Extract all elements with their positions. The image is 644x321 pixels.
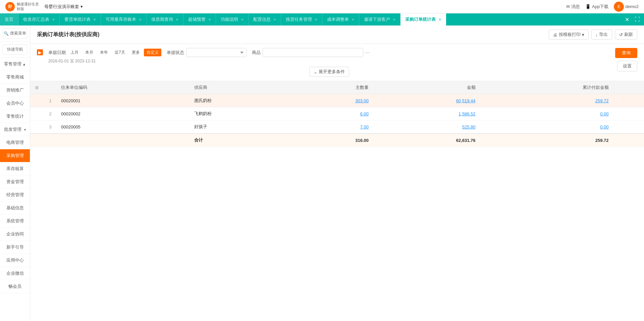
sidebar-item-enterprise-wechat[interactable]: 企业微信 (0, 267, 30, 280)
user-menu[interactable]: E demo2 (614, 2, 639, 12)
settings-icon[interactable]: ⚙ (35, 85, 39, 90)
tab-overstock[interactable]: 超储预警 ✕ (183, 13, 216, 25)
template-print-button[interactable]: 🖨 按模板打印 ▾ (549, 30, 589, 40)
logo-icon: 好 (5, 2, 15, 11)
paid-amount-col-header: 累计付款金额 (480, 81, 613, 94)
quantity: 7.00 (289, 120, 373, 134)
page-header: 采购订单统计表(按供应商) 🖨 按模板打印 ▾ ↓ 导出 ↺ 刷新 (30, 25, 644, 44)
close-icon[interactable]: ✕ (52, 18, 55, 21)
sidebar-item-operations[interactable]: 经营管理 (0, 189, 30, 202)
more-icon[interactable]: ··· (365, 50, 370, 56)
data-table: ⚙ 往来单位编码 供应商 主数量 金额 累计付款金额 1 (30, 81, 644, 147)
row-settings (30, 120, 44, 134)
tab-available-stock[interactable]: 可用量库存账本 ✕ (101, 13, 147, 25)
paid-amount: 0.00 (480, 120, 613, 134)
extra (613, 107, 644, 120)
footer-quantity: 316.00 (289, 133, 373, 147)
date-shortcut-this-year[interactable]: 本年 (97, 49, 111, 56)
close-icon[interactable]: ✕ (208, 18, 211, 21)
amount-col-header: 金额 (373, 81, 480, 94)
close-icon[interactable]: ✕ (241, 18, 244, 21)
sidebar-item-wholesale[interactable]: 批发管理 ▾ (0, 123, 30, 136)
row-settings (30, 107, 44, 120)
filter-actions: 查询 设置 (615, 48, 637, 71)
close-icon[interactable]: ✕ (352, 18, 354, 21)
sidebar-item-finance[interactable]: 资金管理 (0, 175, 30, 189)
status-select[interactable] (186, 48, 247, 57)
close-icon[interactable]: ✕ (93, 18, 96, 21)
paid-amount: 259.72 (480, 94, 613, 107)
close-icon[interactable]: ✕ (273, 18, 276, 21)
expand-more-button[interactable]: ⌄ 展开更多条件 (309, 67, 349, 77)
sidebar-item-retail[interactable]: 零售管理 ▲ (0, 58, 30, 71)
tab-pick-task[interactable]: 拣货任务管理 ✕ (281, 13, 322, 25)
product-input[interactable] (263, 48, 363, 57)
tab-warranty[interactable]: 保质期查询 ✕ (147, 13, 183, 25)
amount: 525.80 (373, 120, 480, 134)
sidebar-item-ecommerce[interactable]: 电商管理 (0, 136, 30, 149)
quick-nav-button[interactable]: 快捷导航 (3, 44, 27, 55)
workspace-selector[interactable]: 母婴行业演示账套 ▾ (42, 2, 86, 11)
close-icon[interactable]: ✕ (139, 18, 142, 21)
sidebar-item-app-center[interactable]: 应用中心 (0, 254, 30, 267)
sidebar-item-member-vip[interactable]: 畅会员 (0, 280, 30, 293)
sidebar-item-system[interactable]: 系统管理 (0, 215, 30, 228)
export-button[interactable]: ↓ 导出 (591, 30, 612, 40)
footer-amount: 62,631.76 (373, 133, 480, 147)
table-footer: 合计 316.00 62,631.76 259.72 (30, 133, 644, 147)
sidebar-item-enterprise[interactable]: 企业协同 (0, 228, 30, 241)
date-shortcut-more[interactable]: 更多 (129, 49, 143, 56)
supplier-code: 00020001 (57, 94, 190, 107)
tab-home[interactable]: 首页 (0, 13, 18, 25)
close-icon[interactable]: ✕ (393, 18, 395, 21)
date-shortcut-7days[interactable]: 近7天 (112, 49, 128, 56)
table-row: 2 00020002 飞鹤奶粉 6.00 1,586.52 0.00 (30, 107, 644, 120)
top-bar-left: 好 畅捷通好生意 标版 母婴行业演示账套 ▾ (5, 2, 86, 11)
sidebar-item-marketing[interactable]: 营销推广 (0, 84, 30, 97)
sidebar-item-new-guide[interactable]: 新手引导 (0, 241, 30, 254)
settings-button[interactable]: 设置 (617, 61, 637, 71)
row-num: 3 (44, 120, 57, 134)
fullscreen-button[interactable]: ⛶ (633, 15, 641, 24)
table-row: 1 00020001 惠氏奶粉 303.00 60,519.44 259.72 (30, 94, 644, 107)
supplier-name-col-header: 供应商 (190, 81, 289, 94)
sidebar-item-inventory[interactable]: 库存核算 (0, 162, 30, 175)
filter-toggle-button[interactable]: ▶ (37, 49, 43, 55)
date-custom-badge[interactable]: 自定义 (144, 49, 161, 56)
amount: 60,519.44 (373, 94, 480, 107)
search-menu-button[interactable]: 🔍 搜索菜单 (3, 28, 27, 39)
sidebar-item-basic-info[interactable]: 基础信息 (0, 202, 30, 215)
refresh-button[interactable]: ↺ 刷新 (615, 30, 637, 40)
query-button[interactable]: 查询 (615, 48, 637, 58)
date-shortcut-last-month[interactable]: 上月 (68, 49, 81, 56)
chevron-up-icon: ▲ (22, 62, 26, 66)
tab-cost-adjust[interactable]: 成本调整单 ✕ (322, 13, 359, 25)
sidebar-item-purchase[interactable]: 采购管理 (0, 149, 30, 162)
extra-col-header (613, 81, 644, 94)
chevron-down-icon: ⌄ (314, 69, 317, 74)
refresh-icon: ↺ (619, 32, 623, 37)
sidebar-search-section: 🔍 搜索菜单 (0, 25, 30, 42)
supplier-name: 飞鹤奶粉 (190, 107, 289, 120)
close-all-tabs-button[interactable]: ✕ (624, 15, 631, 24)
tab-order-stats[interactable]: 要货单统计表 ✕ (60, 13, 101, 25)
quantity: 6.00 (289, 107, 373, 120)
tab-config-info[interactable]: 配置信息 ✕ (249, 13, 281, 25)
close-icon[interactable]: ✕ (176, 18, 178, 21)
tab-receive-send[interactable]: 收发存汇总表 ✕ (18, 13, 60, 25)
tab-function-desc[interactable]: 功能说明 ✕ (216, 13, 249, 25)
app-download-button[interactable]: 📱 App下载 (585, 4, 608, 10)
sidebar-item-retail-store[interactable]: 零售商城 (0, 71, 30, 84)
date-shortcut-this-month[interactable]: 本月 (83, 49, 96, 56)
status-filter-item: 单据状态 (167, 48, 247, 57)
sidebar-item-members[interactable]: 会员中心 (0, 97, 30, 110)
page-header-actions: 🖨 按模板打印 ▾ ↓ 导出 ↺ 刷新 (549, 30, 638, 40)
date-range-display: 2016-01-01 至 2023-12-31 (48, 58, 610, 64)
tab-purchase-stats[interactable]: 采购订单统计表 ✕ (400, 13, 446, 25)
message-button[interactable]: ✉ 消息 (566, 4, 580, 10)
close-icon[interactable]: ✕ (315, 18, 317, 21)
tab-invite-downstream[interactable]: 邀请下游客户 ✕ (359, 13, 400, 25)
sidebar-item-retail-stats[interactable]: 零售统计 (0, 110, 30, 123)
avatar: E (614, 2, 624, 12)
close-icon[interactable]: ✕ (438, 18, 441, 21)
